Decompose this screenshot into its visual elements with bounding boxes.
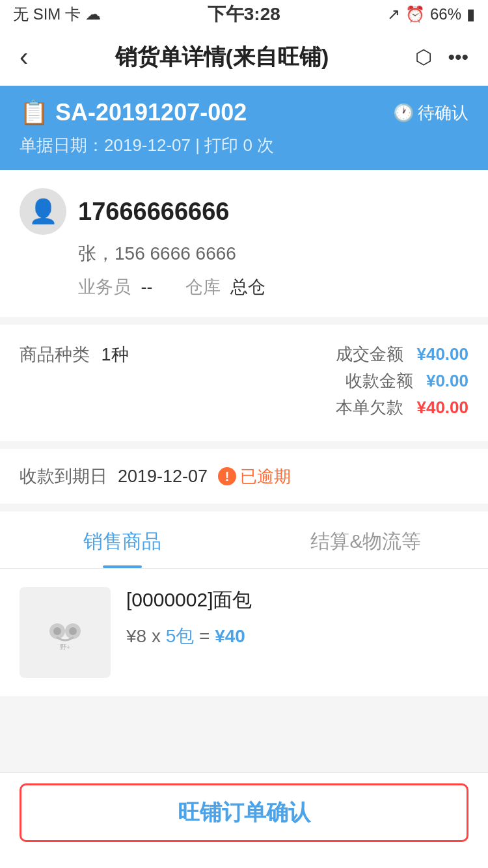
battery-label: 66% xyxy=(430,5,461,23)
nav-actions: ⬡ ••• xyxy=(415,46,468,68)
battery-icon: ▮ xyxy=(467,5,475,23)
sales-label: 业务员 xyxy=(78,277,131,297)
warehouse-value: 总仓 xyxy=(230,277,265,297)
confirm-button[interactable]: 旺铺订单确认 xyxy=(20,783,468,842)
product-item: 野+ [0000002]面包 ¥8 x 5包 = ¥40 xyxy=(0,569,488,696)
avatar-icon: 👤 xyxy=(29,198,58,225)
order-id-text: SA-20191207-002 xyxy=(55,99,247,126)
owed-row: 本单欠款 ¥40.00 xyxy=(336,396,468,419)
customer-phone: 17666666666 xyxy=(78,198,229,226)
share-icon[interactable]: ⬡ xyxy=(415,46,432,68)
amount-row: 成交金额 ¥40.00 xyxy=(336,343,468,366)
sales-meta: 业务员 -- xyxy=(78,275,153,299)
stats-right: 成交金额 ¥40.00 收款金额 ¥0.00 本单欠款 ¥40.00 xyxy=(336,343,468,423)
customer-meta: 业务员 -- 仓库 总仓 xyxy=(20,275,468,299)
page-title: 销货单详情(来自旺铺) xyxy=(115,42,329,72)
product-name: [0000002]面包 xyxy=(126,587,468,614)
order-icon: 📋 xyxy=(20,99,49,126)
price-eq: = xyxy=(199,626,215,646)
received-value: ¥0.00 xyxy=(426,371,468,391)
product-price: ¥8 x 5包 = ¥40 xyxy=(126,624,468,649)
svg-point-2 xyxy=(53,627,61,635)
alarm-icon: ⏰ xyxy=(405,5,425,23)
warehouse-label: 仓库 xyxy=(185,277,221,297)
due-section: 收款到期日 2019-12-07 ! 已逾期 xyxy=(0,449,488,504)
tab-products[interactable]: 销售商品 xyxy=(0,511,244,568)
stats-section: 商品种类 1种 成交金额 ¥40.00 收款金额 ¥0.00 本单欠款 ¥40.… xyxy=(0,325,488,441)
status-time: 下午3:28 xyxy=(208,2,280,27)
sales-value: -- xyxy=(141,277,153,297)
status-left: 无 SIM 卡 ☁ xyxy=(13,4,101,25)
order-header: 📋 SA-20191207-002 🕐 待确认 单据日期：2019-12-07 … xyxy=(0,86,488,170)
location-icon: ↗ xyxy=(387,5,400,23)
overdue-text: 已逾期 xyxy=(240,465,291,488)
confirm-button-wrap: 旺铺订单确认 xyxy=(0,772,488,868)
owed-label: 本单欠款 xyxy=(336,396,403,419)
tab-settlement[interactable]: 结算&物流等 xyxy=(244,511,488,568)
received-label: 收款金额 xyxy=(346,370,413,392)
category-label: 商品种类 xyxy=(20,345,90,364)
nav-bar: ‹ 销货单详情(来自旺铺) ⬡ ••• xyxy=(0,29,488,86)
customer-row: 👤 17666666666 xyxy=(20,188,468,235)
svg-text:野+: 野+ xyxy=(60,644,70,651)
tabs-section: 销售商品 结算&物流等 xyxy=(0,511,488,569)
order-status-text: 待确认 xyxy=(418,102,468,124)
product-qty: 5包 xyxy=(166,626,195,646)
status-bar: 无 SIM 卡 ☁ 下午3:28 ↗ ⏰ 66% ▮ xyxy=(0,0,488,29)
svg-point-3 xyxy=(69,627,77,635)
overdue-icon: ! xyxy=(218,467,236,485)
overdue-badge: ! 已逾期 xyxy=(218,465,291,488)
order-id: 📋 SA-20191207-002 xyxy=(20,99,247,126)
due-label: 收款到期日 xyxy=(20,465,107,488)
avatar: 👤 xyxy=(20,188,66,235)
amount-value: ¥40.00 xyxy=(416,344,468,364)
owed-value: ¥40.00 xyxy=(416,398,468,418)
warehouse-meta: 仓库 总仓 xyxy=(185,275,266,299)
stats-left: 商品种类 1种 xyxy=(20,343,129,366)
order-status: 🕐 待确认 xyxy=(393,102,468,124)
order-date: 单据日期：2019-12-07 | 打印 0 次 xyxy=(20,134,468,157)
received-row: 收款金额 ¥0.00 xyxy=(336,370,468,392)
back-button[interactable]: ‹ xyxy=(20,42,28,72)
no-sim-label: 无 SIM 卡 ☁ xyxy=(13,4,101,25)
customer-name: 张，156 6666 6666 xyxy=(20,241,468,266)
amount-label: 成交金额 xyxy=(336,343,403,366)
product-thumbnail: 野+ xyxy=(20,587,111,678)
product-total: ¥40 xyxy=(215,626,245,646)
due-date: 2019-12-07 xyxy=(118,467,208,487)
price-unit: ¥8 xyxy=(126,626,146,646)
product-info: [0000002]面包 ¥8 x 5包 = ¥40 xyxy=(126,587,468,649)
price-x: x xyxy=(152,626,166,646)
category-value: 1种 xyxy=(102,345,129,364)
clock-icon: 🕐 xyxy=(393,103,414,123)
status-right: ↗ ⏰ 66% ▮ xyxy=(387,5,475,23)
customer-section: 👤 17666666666 张，156 6666 6666 业务员 -- 仓库 … xyxy=(0,170,488,317)
more-icon[interactable]: ••• xyxy=(448,46,468,68)
